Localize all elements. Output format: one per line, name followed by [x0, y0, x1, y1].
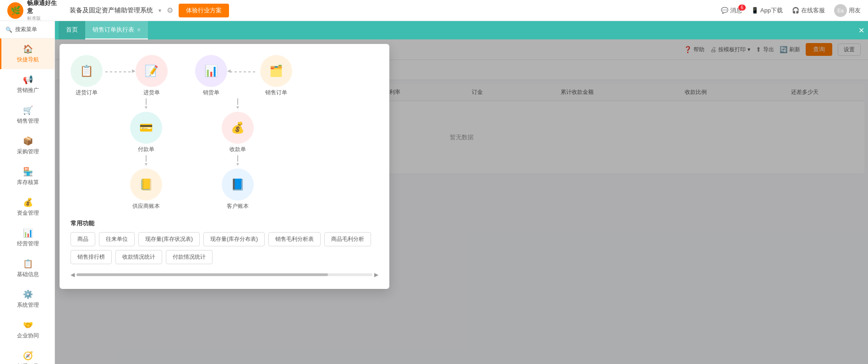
flow-node-purchase-bill[interactable]: 📝 进货单	[136, 55, 168, 97]
arrow-from-sales-order: ◀	[230, 71, 257, 72]
sidebar-item-sales[interactable]: 🛒 销售管理	[0, 100, 55, 130]
sidebar-item-finance[interactable]: 💰 资金管理	[0, 192, 55, 223]
search-menu-item[interactable]: 🔍 搜索菜单	[0, 21, 55, 38]
scroll-left-icon[interactable]: ◀	[71, 272, 75, 278]
top-header: 🌿 畅康通好生意 标准版 装备及固定资产辅助管理系统 ▾ ⚙ 体验行业方案 💬 …	[0, 0, 868, 21]
down-arrow-payment: ▼	[130, 155, 162, 167]
tab-sales-order-exec[interactable]: 销售订单执行表 ×	[85, 21, 148, 39]
func-btn-product[interactable]: 商品	[71, 232, 95, 246]
sidebar-item-quick-nav[interactable]: 🏠 快捷导航	[0, 38, 55, 69]
func-btn-stock-status[interactable]: 现存量(库存状况表)	[138, 232, 200, 246]
gear-icon[interactable]: ⚙	[167, 6, 173, 15]
payment-bill-circle: 💳	[130, 112, 162, 144]
online-service-label: 在线客服	[801, 6, 825, 15]
sidebar-item-label: 经营管理	[17, 240, 39, 248]
function-buttons-container: 商品 往来单位 现存量(库存状况表) 现存量(库存分布表) 销售毛利分析表 商品…	[71, 232, 378, 246]
sidebar-item-inventory[interactable]: 🏪 库存核算	[0, 161, 55, 192]
app-download-item[interactable]: 📱 App下载	[751, 6, 783, 15]
tab-bar: 首页 销售订单执行表 × ✕	[55, 21, 868, 39]
main-layout: 🔍 搜索菜单 🏠 快捷导航 📢 营销推广 🛒 销售管理 📦 采购管理 🏪 库存核…	[0, 21, 868, 364]
down-arrow-purchase-bill: ▼	[130, 98, 162, 110]
message-item[interactable]: 💬 6 消息	[721, 6, 742, 15]
content-area: 首页 销售订单执行表 × ✕ ❓ 帮助 🖨 按模板打印 ▾	[55, 21, 868, 364]
close-all-tabs-icon[interactable]: ✕	[858, 26, 864, 35]
try-industry-button[interactable]: 体验行业方案	[179, 4, 229, 17]
sidebar-item-label: 采购管理	[17, 148, 39, 156]
dropdown-arrow-icon[interactable]: ▾	[158, 7, 161, 14]
flow-node-customer-ledger[interactable]: 📘 客户账本	[222, 168, 254, 210]
customer-ledger-label: 客户账本	[227, 202, 249, 210]
supplier-ledger-circle: 📒	[130, 168, 162, 201]
collab-icon: 🤝	[23, 320, 33, 330]
flow-node-supplier-ledger[interactable]: 📒 供应商账本	[130, 168, 162, 210]
sidebar-item-operation[interactable]: 📊 经营管理	[0, 223, 55, 253]
marketing-icon: 📢	[23, 75, 33, 85]
online-service-item[interactable]: 🎧 在线客服	[792, 6, 825, 15]
sales-order-label: 销售订单	[265, 89, 287, 97]
sidebar-item-basic-info[interactable]: 📋 基础信息	[0, 253, 55, 284]
search-icon: 🔍	[5, 27, 12, 33]
logo-icon: 🌿	[7, 2, 23, 19]
logo-area: 🌿 畅康通好生意 标准版	[7, 0, 62, 21]
flow-node-purchase-order[interactable]: 📋 进货订单	[71, 55, 103, 97]
purchase-bill-circle: 📝	[136, 55, 168, 87]
avatar: Ea	[834, 4, 847, 17]
func-btn-sales-rank[interactable]: 销售排行榜	[71, 250, 112, 264]
func-btn-receipt-stat[interactable]: 收款情况统计	[115, 250, 162, 264]
home-tab-label: 首页	[66, 26, 78, 34]
down-arrow-sales-bill: ▼	[222, 98, 254, 110]
customer-ledger-circle: 📘	[222, 168, 254, 201]
sidebar-item-label: 系统管理	[17, 301, 39, 309]
finance-icon: 💰	[23, 197, 33, 207]
user-item[interactable]: Ea 用友	[834, 4, 861, 17]
scrollbar-track[interactable]	[76, 273, 372, 276]
service-icon: 🎧	[792, 7, 799, 14]
flow-node-sales-order[interactable]: 🗂️ 销售订单	[260, 55, 292, 97]
sales-icon: 🛒	[23, 105, 33, 115]
sidebar-item-label: 营销推广	[17, 87, 39, 94]
flow-node-payment-bill[interactable]: 💳 付款单	[130, 112, 162, 153]
sidebar-item-marketing[interactable]: 📢 营销推广	[0, 69, 55, 100]
supplier-ledger-label: 供应商账本	[132, 202, 160, 210]
inner-page: ❓ 帮助 🖨 按模板打印 ▾ ⬆ 导出 🔄 刷新 查询 设置	[55, 39, 868, 364]
func-btn-stock-dist[interactable]: 现存量(库存分布表)	[203, 232, 265, 246]
sales-bill-circle: 📊	[195, 55, 227, 87]
basic-info-icon: 📋	[23, 259, 33, 269]
down-arrow-receipt: ▼	[222, 155, 254, 167]
popup-overlay[interactable]: 📋 进货订单 ▶ 📝	[55, 39, 868, 364]
header-center: 装备及固定资产辅助管理系统 ▾ ⚙ 体验行业方案	[62, 4, 721, 17]
sidebar-item-label: 销售管理	[17, 117, 39, 125]
payment-bill-label: 付款单	[138, 146, 154, 153]
function-buttons-container-2: 销售排行榜 收款情况统计 付款情况统计	[71, 250, 378, 264]
func-btn-payment-stat[interactable]: 付款情况统计	[166, 250, 213, 264]
tab-close-icon[interactable]: ×	[137, 26, 141, 33]
popup-box: 📋 进货订单 ▶ 📝	[60, 44, 389, 289]
app-download-label: App下载	[760, 6, 783, 15]
scroll-right-icon[interactable]: ▶	[374, 272, 378, 278]
system-icon: ⚙️	[23, 289, 33, 299]
sidebar-item-newbie[interactable]: 🧭 新手引导	[0, 345, 55, 364]
newbie-icon: 🧭	[23, 351, 33, 361]
logo-sub: 标准版	[27, 15, 62, 21]
inventory-icon: 🏪	[23, 167, 33, 177]
system-title: 装备及固定资产辅助管理系统	[70, 6, 153, 15]
sidebar-item-label: 企业协同	[17, 332, 39, 340]
logo-main: 畅康通好生意	[27, 0, 62, 15]
func-btn-partner[interactable]: 往来单位	[99, 232, 135, 246]
flow-node-sales-bill[interactable]: 📊 销货单	[195, 55, 227, 97]
header-right: 💬 6 消息 📱 App下载 🎧 在线客服 Ea 用友	[721, 4, 861, 17]
message-badge: 6	[738, 5, 746, 11]
tab-home[interactable]: 首页	[59, 21, 85, 39]
sidebar-item-label: 快捷导航	[17, 56, 39, 64]
logo-text: 畅康通好生意 标准版	[27, 0, 62, 21]
common-functions-title: 常用功能	[71, 219, 378, 228]
sidebar-item-label: 库存核算	[17, 179, 39, 186]
sidebar-item-system[interactable]: ⚙️ 系统管理	[0, 284, 55, 315]
sidebar-item-purchase[interactable]: 📦 采购管理	[0, 130, 55, 161]
func-btn-sales-margin[interactable]: 销售毛利分析表	[268, 232, 321, 246]
search-menu-label: 搜索菜单	[15, 26, 37, 33]
flow-node-receipt-bill[interactable]: 💰 收款单	[222, 112, 254, 153]
sidebar-item-collab[interactable]: 🤝 企业协同	[0, 315, 55, 345]
func-btn-product-margin[interactable]: 商品毛利分析	[324, 232, 371, 246]
sales-bill-label: 销货单	[203, 89, 219, 97]
